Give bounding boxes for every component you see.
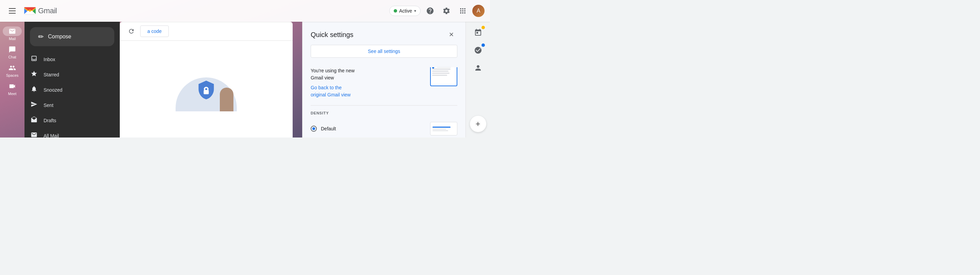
tasks-badge (482, 43, 485, 47)
google-apps-button[interactable] (456, 4, 469, 17)
contacts-icon (474, 64, 482, 72)
hamburger-menu-button[interactable] (5, 4, 19, 17)
nav-item-drafts[interactable]: Drafts (24, 113, 115, 128)
density-heading: DENSITY (302, 108, 466, 119)
nav-item-all-mail[interactable]: All Mail (24, 128, 115, 138)
sent-icon (30, 101, 38, 109)
quick-settings-panel: Quick settings ✕ See all settings You're… (302, 22, 466, 138)
gmail-wordmark: Gmail (38, 6, 57, 15)
density-option-default[interactable]: Default (302, 119, 466, 138)
view-section: You're using the newGmail view Go back t… (302, 63, 466, 103)
quick-settings-close-button[interactable]: ✕ (445, 28, 457, 41)
settings-button[interactable] (440, 4, 453, 17)
status-indicator (394, 9, 397, 13)
right-panel: + (466, 22, 490, 138)
density-default-radio[interactable] (311, 126, 317, 132)
preview-box (430, 67, 457, 86)
sidebar-item-chat[interactable]: Chat (0, 43, 24, 61)
preview-line-2 (432, 69, 450, 70)
apps-grid-icon (459, 7, 467, 15)
help-button[interactable] (423, 4, 437, 17)
chat-label: Chat (8, 55, 16, 59)
preview-line-4 (432, 73, 450, 74)
main-toolbar: a code (120, 22, 293, 41)
refresh-button[interactable] (125, 25, 137, 37)
view-preview (430, 67, 457, 86)
preview-line-5 (432, 75, 447, 76)
gmail-m-icon (23, 6, 37, 16)
nav-item-starred[interactable]: Starred (24, 67, 115, 82)
snoozed-label: Snoozed (43, 87, 62, 93)
main-empty-state (120, 41, 293, 138)
contacts-button[interactable] (470, 60, 486, 76)
drafts-label: Drafts (43, 118, 56, 123)
hamburger-line (9, 11, 16, 11)
enter-code-button[interactable]: a code (140, 25, 169, 37)
add-icon: + (476, 119, 480, 129)
chat-icon (8, 46, 16, 53)
quick-settings-header: Quick settings ✕ (302, 22, 466, 45)
main-content: a code (120, 22, 293, 138)
meet-label: Meet (8, 92, 16, 96)
meet-icon (8, 82, 16, 90)
add-apps-button[interactable]: + (470, 116, 486, 132)
meet-icon-container (3, 82, 22, 91)
sidebar-item-mail[interactable]: Mail (0, 24, 24, 43)
tasks-icon (474, 46, 482, 54)
topbar-left: Gmail (5, 4, 389, 17)
compose-label: Compose (48, 33, 71, 40)
mail-label: Mail (9, 37, 16, 41)
refresh-icon (128, 28, 135, 35)
starred-label: Starred (43, 72, 59, 77)
nav-drawer: ✏ Compose Inbox Starred Snoozed Sent Dra… (24, 22, 120, 138)
settings-icon (442, 7, 450, 15)
status-text: Active (399, 8, 412, 14)
spaces-icon (8, 64, 16, 72)
quick-settings-title: Quick settings (311, 31, 353, 39)
all-mail-icon (30, 131, 38, 138)
spaces-label: Spaces (6, 73, 19, 77)
all-mail-label: All Mail (43, 133, 59, 138)
compose-button[interactable]: ✏ Compose (30, 27, 115, 46)
calendar-badge (482, 26, 485, 29)
left-sidebar: Mail Chat Spaces Meet (0, 22, 24, 138)
preview-line-3 (432, 71, 449, 72)
hamburger-line (9, 8, 16, 9)
topbar: Gmail Active ▾ A (0, 0, 490, 22)
sent-label: Sent (43, 103, 53, 108)
drafts-icon (30, 116, 38, 125)
tasks-button[interactable] (470, 42, 486, 58)
sidebar-item-spaces[interactable]: Spaces (0, 61, 24, 79)
compose-icon: ✏ (38, 33, 44, 41)
nav-item-sent[interactable]: Sent (24, 98, 115, 113)
shield-lock-icon (196, 80, 216, 104)
mail-icon-container (3, 27, 22, 36)
starred-icon (30, 70, 38, 79)
density-default-radio-fill (312, 127, 315, 130)
nav-item-snoozed[interactable]: Snoozed (24, 82, 115, 98)
see-all-settings-button[interactable]: See all settings (311, 45, 457, 58)
density-default-label: Default (321, 126, 426, 131)
inbox-label: Inbox (43, 57, 55, 62)
calendar-icon (474, 28, 482, 37)
help-icon (426, 7, 434, 15)
preview-line-1 (437, 67, 451, 68)
sidebar-item-meet[interactable]: Meet (0, 79, 24, 98)
hamburger-line (9, 13, 16, 14)
go-back-original-link[interactable]: Go back to theoriginal Gmail view (311, 84, 457, 98)
account-avatar[interactable]: A (472, 5, 485, 17)
gmail-logo: Gmail (23, 6, 57, 16)
spaces-icon-container (3, 63, 22, 73)
status-pill[interactable]: Active ▾ (389, 6, 421, 16)
inbox-icon (30, 55, 38, 63)
topbar-right: Active ▾ A (389, 4, 485, 17)
mail-icon (8, 27, 16, 35)
density-default-preview (430, 122, 457, 136)
calendar-button[interactable] (470, 24, 486, 41)
avatar-initial: A (477, 8, 480, 14)
qs-divider (311, 105, 457, 106)
status-caret-icon: ▾ (414, 8, 416, 13)
chat-icon-container (3, 45, 22, 54)
snoozed-icon (30, 85, 38, 94)
nav-item-inbox[interactable]: Inbox (24, 52, 115, 67)
